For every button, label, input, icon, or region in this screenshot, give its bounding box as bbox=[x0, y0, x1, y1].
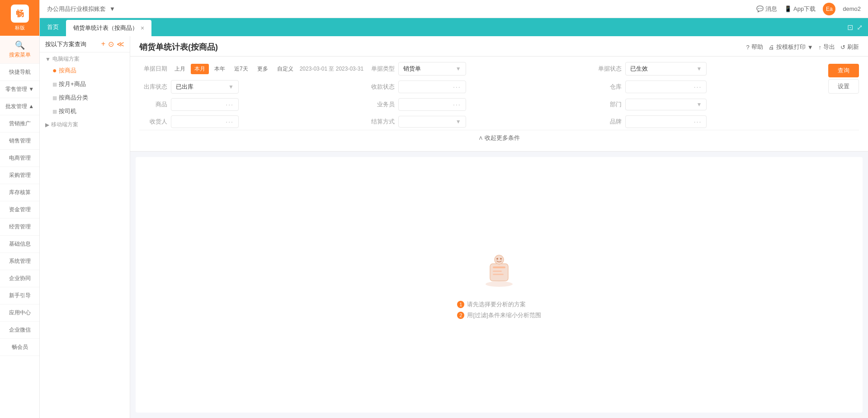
page-title: 销货单统计表(按商品) bbox=[139, 42, 218, 52]
sidebar-item-wechat[interactable]: 企业微信 bbox=[0, 322, 39, 339]
product-more-btn[interactable]: ··· bbox=[226, 101, 234, 108]
header-right: 💬 消息 📱 App下载 Ea demo2 bbox=[756, 3, 861, 15]
left-panel-icons: + ⊙ ≪ bbox=[101, 40, 124, 48]
tree-section-mobile-label: 移动端方案 bbox=[51, 121, 78, 128]
settings-button[interactable]: 设置 bbox=[828, 79, 859, 94]
expand-arrow[interactable]: ▼ bbox=[45, 56, 51, 62]
stock-status-control: 已出库 ▼ bbox=[171, 80, 367, 94]
date-pill-custom[interactable]: 自定义 bbox=[274, 64, 297, 74]
by-product-label: 按商品 bbox=[59, 66, 76, 75]
sidebar-item-purchase[interactable]: 采购管理 bbox=[0, 167, 39, 184]
export-btn[interactable]: ↑ 导出 bbox=[819, 43, 835, 51]
payment-control: ▼ bbox=[398, 116, 594, 128]
month-icon: ▦ bbox=[52, 81, 57, 87]
system-label: 系统管理 bbox=[2, 257, 38, 265]
staff-control: ··· bbox=[398, 98, 594, 111]
sidebar-item-search[interactable]: 🔍 搜索菜单 bbox=[0, 36, 39, 64]
tab-sales-report[interactable]: 销货单统计表（按商品） × bbox=[66, 20, 151, 36]
maximize-icon[interactable]: ⤢ bbox=[857, 23, 863, 32]
receiver-more-btn[interactable]: ··· bbox=[226, 118, 234, 125]
enterprise-label: 企业协同 bbox=[2, 275, 38, 282]
tree-item-by-month-product[interactable]: ▦ 按月+商品 bbox=[40, 77, 130, 91]
page-actions: ? 帮助 🖨 按模板打印 ▼ ↑ 导出 ↺ 刷新 bbox=[746, 43, 859, 51]
doc-type-input[interactable]: 销货单 ▼ bbox=[398, 62, 466, 76]
brand-input[interactable]: ··· bbox=[625, 115, 707, 128]
date-range-label: 2023-03-01 至 2023-03-31 bbox=[300, 65, 363, 73]
tree-item-by-product[interactable]: ● 按商品 bbox=[40, 64, 130, 77]
staff-input[interactable]: ··· bbox=[398, 98, 466, 111]
sidebar-item-enterprise[interactable]: 企业协同 bbox=[0, 270, 39, 287]
date-pill-lastmonth[interactable]: 上月 bbox=[171, 64, 189, 74]
dept-arrow: ▼ bbox=[696, 101, 702, 108]
refresh-btn[interactable]: ↺ 刷新 bbox=[840, 43, 859, 51]
app-download-btn[interactable]: 📱 App下载 bbox=[784, 5, 816, 13]
date-pill-thismonth[interactable]: 本月 bbox=[191, 64, 209, 74]
expand-mobile-arrow[interactable]: ▶ bbox=[45, 122, 49, 128]
svg-point-6 bbox=[496, 258, 498, 260]
payment-arrow: ▼ bbox=[456, 119, 461, 125]
user-avatar[interactable]: Ea bbox=[823, 3, 835, 15]
warehouse-more-btn[interactable]: ··· bbox=[694, 83, 702, 90]
left-panel-header: 按以下方案查询 + ⊙ ≪ bbox=[40, 36, 130, 52]
sidebar-item-basic[interactable]: 基础信息 bbox=[0, 236, 39, 253]
sidebar-item-member[interactable]: 畅会员 bbox=[0, 339, 39, 356]
tree-item-by-driver[interactable]: ▦ 按司机 bbox=[40, 104, 130, 118]
tab-home[interactable]: 首页 bbox=[40, 18, 66, 36]
top-header: 办公用品行业模拟账套 ▼ 💬 消息 📱 App下载 Ea demo2 bbox=[40, 0, 868, 18]
filter-area: 单据日期 上月 本月 本年 近7天 更多 自定义 20 bbox=[130, 57, 868, 152]
stock-status-input[interactable]: 已出库 ▼ bbox=[171, 80, 239, 94]
warehouse-input[interactable]: ··· bbox=[625, 81, 707, 93]
date-pill-7days[interactable]: 近7天 bbox=[231, 64, 252, 74]
sidebar-item-ops[interactable]: 经营管理 bbox=[0, 218, 39, 236]
receiver-input[interactable]: ··· bbox=[171, 115, 239, 128]
sidebar-item-quicknav[interactable]: 快捷导航 bbox=[0, 64, 39, 81]
receipt-status-input[interactable]: ··· bbox=[398, 81, 466, 93]
help-btn[interactable]: ? 帮助 bbox=[746, 43, 763, 51]
svg-point-0 bbox=[486, 281, 513, 287]
product-input[interactable]: ··· bbox=[171, 98, 239, 111]
dept-input[interactable]: ▼ bbox=[625, 99, 707, 110]
product-label: 商品 bbox=[139, 100, 171, 109]
hint-1-label: 请先选择要分析的方案 bbox=[467, 300, 526, 309]
tab-close-btn[interactable]: × bbox=[141, 24, 144, 32]
industry-label: 办公用品行业模拟账套 bbox=[47, 5, 106, 13]
minimize-icon[interactable]: ⊡ bbox=[847, 23, 853, 32]
sidebar-item-marketing[interactable]: 营销推广 bbox=[0, 115, 39, 133]
doc-status-label: 单据状态 bbox=[594, 65, 625, 73]
doc-type-control: 销货单 ▼ bbox=[398, 62, 594, 76]
svg-rect-2 bbox=[493, 266, 505, 268]
doc-status-input[interactable]: 已生效 ▼ bbox=[625, 62, 707, 76]
sidebar-item-retail[interactable]: 零售管理 ▼ bbox=[0, 81, 39, 98]
empty-illustration bbox=[476, 248, 522, 293]
collapse-more-btn[interactable]: ∧ 收起更多条件 bbox=[139, 130, 859, 146]
hint-line-1: 1 请先选择要分析的方案 bbox=[457, 300, 541, 309]
sidebar-item-sales[interactable]: 销售管理 bbox=[0, 133, 39, 150]
staff-more-btn[interactable]: ··· bbox=[453, 101, 461, 108]
date-pill-thisyear[interactable]: 本年 bbox=[211, 64, 229, 74]
settings-scheme-btn[interactable]: ⊙ bbox=[108, 40, 114, 48]
dropdown-arrow[interactable]: ▼ bbox=[109, 5, 115, 12]
right-panel: 销货单统计表(按商品) ? 帮助 🖨 按模板打印 ▼ ↑ 导出 bbox=[130, 36, 868, 418]
category-icon: ▦ bbox=[52, 95, 57, 101]
receipt-status-control: ··· bbox=[398, 81, 594, 93]
receipt-more-btn[interactable]: ··· bbox=[453, 83, 461, 90]
by-driver-label: 按司机 bbox=[59, 107, 76, 115]
payment-input[interactable]: ▼ bbox=[398, 116, 466, 128]
print-label: 按模板打印 bbox=[776, 43, 806, 51]
date-pill-more[interactable]: 更多 bbox=[254, 64, 272, 74]
sidebar-item-newguide[interactable]: 新手引导 bbox=[0, 287, 39, 304]
sidebar-item-wholesale[interactable]: 批发管理 ▲ bbox=[0, 98, 39, 115]
tree-item-by-category[interactable]: ▦ 按商品分类 bbox=[40, 91, 130, 104]
query-button[interactable]: 查询 bbox=[828, 64, 859, 77]
add-scheme-btn[interactable]: + bbox=[101, 40, 105, 48]
brand-more-btn[interactable]: ··· bbox=[694, 118, 702, 125]
collapse-panel-btn[interactable]: ≪ bbox=[117, 40, 124, 48]
sidebar-item-inventory[interactable]: 库存核算 bbox=[0, 184, 39, 201]
sidebar-item-appcenter[interactable]: 应用中心 bbox=[0, 304, 39, 322]
member-label: 畅会员 bbox=[2, 343, 38, 351]
sidebar-item-system[interactable]: 系统管理 bbox=[0, 253, 39, 270]
print-btn[interactable]: 🖨 按模板打印 ▼ bbox=[769, 43, 813, 51]
message-icon-btn[interactable]: 💬 消息 bbox=[756, 5, 777, 13]
sidebar-item-finance[interactable]: 资金管理 bbox=[0, 201, 39, 218]
sidebar-item-ecommerce[interactable]: 电商管理 bbox=[0, 150, 39, 167]
